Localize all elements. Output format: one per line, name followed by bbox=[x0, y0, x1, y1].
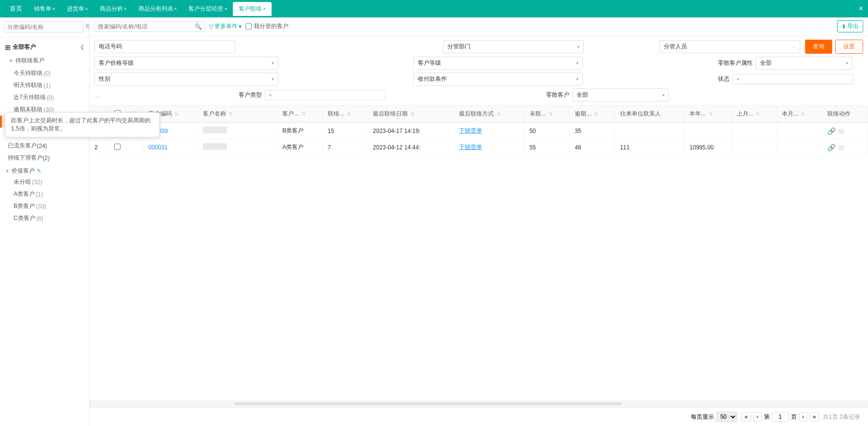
nav-purchase-close[interactable]: × bbox=[85, 6, 88, 12]
sidebar-c-customers[interactable]: C类客户 (6) bbox=[0, 212, 89, 224]
cell-last-method-1[interactable]: 下销货单 bbox=[454, 122, 524, 139]
triangle-icon: ▼ bbox=[9, 58, 14, 63]
window-close-button[interactable]: × bbox=[859, 4, 863, 13]
more-conditions-btn[interactable]: ▽ 更多条件 ▾ bbox=[209, 22, 242, 30]
search-icon[interactable]: 🔍 bbox=[195, 23, 202, 30]
nav-product-list-close[interactable]: × bbox=[174, 6, 177, 12]
nav-segment-close[interactable]: × bbox=[224, 6, 227, 12]
sort-icon-year[interactable]: ⇅ bbox=[709, 111, 713, 117]
nav-product-analysis-close[interactable]: × bbox=[124, 6, 127, 12]
cell-thismonth-2 bbox=[777, 139, 822, 156]
sort-icon-contact[interactable]: ⇅ bbox=[347, 111, 350, 117]
query-button[interactable]: 查询 bbox=[805, 40, 832, 54]
nav-product-analysis-list[interactable]: 商品分析列表 × bbox=[133, 2, 183, 16]
export-button[interactable]: ⬆ 导出 bbox=[837, 20, 863, 32]
next-page-btn[interactable]: › bbox=[799, 412, 807, 422]
sidebar-unclassified[interactable]: 未分组 (32) bbox=[0, 176, 89, 188]
sort-icon-date[interactable]: ⇅ bbox=[411, 111, 414, 117]
cell-name-1 bbox=[198, 122, 277, 139]
sidebar-search-icon[interactable]: 🔍 bbox=[85, 24, 90, 30]
page-navigation: « ‹ 第 页 › » bbox=[741, 412, 819, 422]
sidebar-waiting-section[interactable]: ▼ 待联络客户 bbox=[0, 54, 89, 67]
my-customer-check[interactable] bbox=[245, 23, 252, 29]
nav-customer-segment[interactable]: 客户分层经营 × bbox=[183, 2, 233, 16]
sidebar-all-customers[interactable]: ⊞ 全部客户 ❮ bbox=[0, 40, 89, 54]
sort-icon-notcontact[interactable]: ⇅ bbox=[548, 111, 552, 117]
nav-home[interactable]: 首页 bbox=[4, 1, 28, 16]
filter-row-1: 电话号码 分管部门 ▾ 分管人员 ··· 查询 设置 bbox=[94, 40, 863, 54]
last-page-btn[interactable]: » bbox=[809, 412, 820, 422]
page-number-input[interactable] bbox=[772, 412, 789, 422]
col-last-month: 上月... ⇅ bbox=[731, 106, 777, 122]
cell-code-2[interactable]: 000031 bbox=[143, 139, 198, 156]
sort-icon-thismonth[interactable]: ⇅ bbox=[801, 111, 805, 117]
edit-icon[interactable]: ✎ bbox=[37, 168, 41, 174]
sort-icon-method[interactable]: ⇅ bbox=[497, 111, 501, 117]
link-icon-1[interactable]: 🔗 bbox=[827, 127, 836, 135]
sort-icon-name[interactable]: ⇅ bbox=[228, 111, 232, 117]
sidebar-b-customers[interactable]: B类客户 (33) bbox=[0, 200, 89, 212]
cell-not-contact-1: 50 bbox=[524, 122, 570, 139]
payment-field[interactable]: 收付款条件 ▾ bbox=[413, 73, 583, 86]
sort-icon-type[interactable]: ⇅ bbox=[302, 111, 305, 117]
sort-icon-lastmonth[interactable]: ⇅ bbox=[756, 111, 760, 117]
retail-customer-field[interactable]: 全部 ▾ bbox=[572, 88, 669, 102]
cell-gear-2 bbox=[125, 139, 143, 156]
nav-sales-close[interactable]: × bbox=[52, 6, 55, 12]
customer-type-field[interactable]: ▾ bbox=[265, 90, 386, 100]
nav-product-analysis[interactable]: 商品分析 × bbox=[94, 2, 133, 16]
main-layout: 🔍 ⊞ 全部客户 ❮ ▼ 待联络客户 今天待联络 (0) 明天待联络 (1) bbox=[0, 17, 868, 426]
my-customer-checkbox[interactable]: 我分管的客户 bbox=[245, 22, 289, 30]
collapse-icon[interactable]: ❮ bbox=[80, 44, 84, 50]
sidebar-churned[interactable]: 已流失客户 (24) bbox=[0, 140, 89, 152]
dept-field[interactable]: 分管部门 ▾ bbox=[443, 40, 584, 53]
sidebar-a-customers[interactable]: A类客户 (1) bbox=[0, 188, 89, 200]
manager-field[interactable]: 分管人员 ··· bbox=[659, 40, 800, 53]
phone-field[interactable]: 电话号码 bbox=[94, 40, 235, 53]
search-input[interactable] bbox=[98, 23, 195, 30]
customer-level-field[interactable]: 客户等级 ▾ bbox=[413, 57, 583, 70]
cell-type-2: A类客户 bbox=[277, 139, 323, 156]
status-field[interactable]: ▾ bbox=[732, 74, 853, 84]
sidebar-7day-waiting[interactable]: 近7天待联络 (0) bbox=[0, 91, 89, 103]
scrollbar-track[interactable] bbox=[235, 402, 622, 405]
nav-customer-contact[interactable]: 客户联络 × bbox=[233, 2, 272, 16]
first-page-btn[interactable]: « bbox=[741, 412, 751, 422]
horizontal-scrollbar[interactable] bbox=[90, 400, 868, 407]
sidebar-tomorrow-waiting[interactable]: 明天待联络 (1) bbox=[0, 79, 89, 91]
link-icon-2[interactable]: 🔗 bbox=[827, 144, 836, 151]
sidebar-tree: ⊞ 全部客户 ❮ ▼ 待联络客户 今天待联络 (0) 明天待联络 (1) 近7天… bbox=[0, 37, 89, 426]
cell-lastmonth-2 bbox=[731, 139, 777, 156]
col-last-contact-date: 最后联络日期 ⇅ bbox=[368, 106, 454, 122]
row-checkbox-2[interactable] bbox=[114, 144, 121, 150]
sidebar-value-section[interactable]: ▼ 价值客户 ✎ bbox=[0, 164, 89, 176]
price-level-field[interactable]: 客户价格等级 ▾ bbox=[94, 57, 278, 70]
more-dots[interactable]: ... bbox=[94, 91, 100, 99]
cell-type-1: B类客户 bbox=[277, 122, 323, 139]
content-area: 🔍 ▽ 更多条件 ▾ 我分管的客户 ⬆ 导出 电话号码 bbox=[90, 17, 868, 426]
cell-overdue-1: 35 bbox=[570, 122, 615, 139]
tri-icon: ▼ bbox=[5, 168, 10, 174]
nav-contact-close[interactable]: × bbox=[263, 6, 266, 12]
sort-icon-overdue[interactable]: ⇅ bbox=[594, 111, 598, 117]
sort-icon-code[interactable]: ⇅ bbox=[174, 111, 178, 117]
grid-icon-2[interactable]: ⊞ bbox=[838, 144, 844, 151]
retail-attr-field[interactable]: 全部 ▾ bbox=[756, 57, 853, 70]
sidebar-search-area: 🔍 bbox=[0, 17, 89, 37]
grid-icon: ⊞ bbox=[5, 44, 11, 51]
nav-purchase[interactable]: 进货单 × bbox=[61, 2, 94, 16]
retail-customer-arrow: ▾ bbox=[662, 92, 665, 98]
nav-sales[interactable]: 销售单 × bbox=[28, 2, 61, 16]
prev-page-btn[interactable]: ‹ bbox=[753, 412, 762, 422]
cell-company-2: 111 bbox=[615, 139, 685, 156]
gender-field[interactable]: 性别 ▾ bbox=[94, 73, 278, 86]
sidebar-declining[interactable]: 持续下滑客户 (2) bbox=[0, 152, 89, 164]
per-page-select[interactable]: 50 bbox=[716, 411, 737, 422]
sidebar-today-waiting[interactable]: 今天待联络 (0) bbox=[0, 67, 89, 79]
grid-icon-1[interactable]: ⊞ bbox=[838, 127, 844, 135]
col-name: 客户名称 ⇅ bbox=[198, 106, 277, 122]
cell-last-method-2[interactable]: 下销货单 bbox=[454, 139, 524, 156]
settings-button[interactable]: 设置 bbox=[835, 40, 863, 54]
sidebar-search-input[interactable] bbox=[4, 21, 83, 33]
col-not-contact: 未联... ⇅ bbox=[524, 106, 570, 122]
